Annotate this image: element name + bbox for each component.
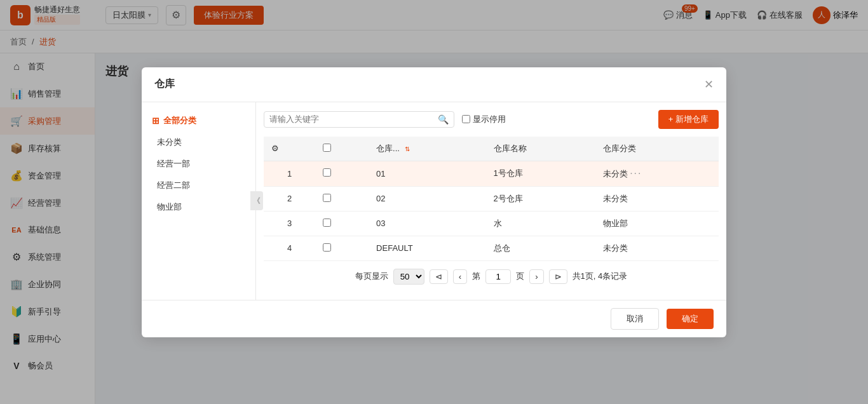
category-item-ops1[interactable]: 经营一部 bbox=[142, 153, 255, 175]
confirm-button[interactable]: 确定 bbox=[667, 309, 714, 329]
row-code-4: DEFAULT bbox=[369, 236, 485, 260]
sort-icon-code: ⇅ bbox=[405, 145, 410, 152]
col-category-label: 仓库分类 bbox=[603, 144, 636, 153]
pagination: 每页显示 50 ⊲ ‹ 第 页 › ⊳ 共1页, 4条记录 bbox=[264, 261, 719, 292]
category-all[interactable]: ⊞ 全部分类 bbox=[142, 110, 255, 131]
page-first-button[interactable]: ⊲ bbox=[430, 269, 448, 284]
col-code-label: 仓库... bbox=[376, 144, 400, 153]
modal-close-button[interactable]: ✕ bbox=[704, 77, 714, 91]
row-code-2: 02 bbox=[369, 186, 485, 211]
add-warehouse-button[interactable]: + 新增仓库 bbox=[658, 110, 719, 129]
warehouse-modal: 仓库 ✕ ⊞ 全部分类 未分类 经营一部 经营二部 bbox=[142, 67, 726, 337]
table-row[interactable]: 2 02 2号仓库 未分类 bbox=[264, 186, 719, 211]
row-name-2: 2号仓库 bbox=[486, 186, 595, 211]
row-num-1: 1 bbox=[264, 161, 315, 186]
row-num-4: 4 bbox=[264, 236, 315, 260]
table-row[interactable]: 1 01 1号仓库 未分类 ··· bbox=[264, 161, 719, 186]
category-label-ops2: 经营二部 bbox=[157, 180, 190, 190]
category-panel: ⊞ 全部分类 未分类 经营一部 经营二部 物业部 《 bbox=[142, 102, 256, 300]
th-code[interactable]: 仓库... ⇅ bbox=[369, 137, 485, 161]
row-checkbox-4[interactable] bbox=[315, 236, 369, 260]
category-label-ops1: 经营一部 bbox=[157, 159, 190, 168]
page-suffix: 页 bbox=[516, 271, 524, 282]
row-checkbox-2[interactable] bbox=[315, 186, 369, 211]
modal-body: ⊞ 全部分类 未分类 经营一部 经营二部 物业部 《 bbox=[142, 102, 726, 300]
per-page-select[interactable]: 50 bbox=[393, 269, 424, 285]
page-prev-button[interactable]: ‹ bbox=[453, 269, 467, 284]
category-item-uncategorized[interactable]: 未分类 bbox=[142, 131, 255, 153]
search-icon[interactable]: 🔍 bbox=[438, 114, 449, 125]
table-head: ⚙ 仓库... ⇅ 仓库名称 仓库分类 bbox=[264, 137, 719, 161]
row-name-4: 总仓 bbox=[486, 236, 595, 260]
show-disabled-label[interactable]: 显示停用 bbox=[462, 114, 506, 125]
row-category-1: 未分类 ··· bbox=[595, 161, 719, 186]
show-disabled-checkbox[interactable] bbox=[462, 115, 470, 123]
category-label-property: 物业部 bbox=[157, 202, 182, 212]
row-category-4: 未分类 bbox=[595, 236, 719, 260]
page-number-input[interactable] bbox=[485, 269, 511, 284]
th-settings: ⚙ bbox=[264, 137, 315, 161]
category-item-property[interactable]: 物业部 bbox=[142, 196, 255, 218]
table-body: 1 01 1号仓库 未分类 ··· 2 02 2号仓库 bbox=[264, 161, 719, 260]
cancel-button[interactable]: 取消 bbox=[611, 308, 659, 330]
page-label: 第 bbox=[472, 271, 480, 282]
show-disabled-text: 显示停用 bbox=[473, 114, 506, 125]
page-last-button[interactable]: ⊳ bbox=[549, 269, 567, 284]
row-name-1: 1号仓库 bbox=[486, 161, 595, 186]
row-num-2: 2 bbox=[264, 186, 315, 211]
toolbar: 🔍 显示停用 + 新增仓库 bbox=[264, 110, 719, 129]
category-item-ops2[interactable]: 经营二部 bbox=[142, 175, 255, 196]
warehouse-table: ⚙ 仓库... ⇅ 仓库名称 仓库分类 bbox=[264, 137, 719, 261]
row-code-1: 01 bbox=[369, 161, 485, 186]
total-info: 共1页, 4条记录 bbox=[573, 271, 628, 282]
per-page-label: 每页显示 bbox=[355, 271, 388, 282]
page-next-button[interactable]: › bbox=[529, 269, 543, 284]
table-row[interactable]: 4 DEFAULT 总仓 未分类 bbox=[264, 236, 719, 260]
data-panel: 🔍 显示停用 + 新增仓库 ⚙ bbox=[256, 102, 726, 300]
table-container: ⚙ 仓库... ⇅ 仓库名称 仓库分类 bbox=[264, 137, 719, 261]
th-name[interactable]: 仓库名称 bbox=[486, 137, 595, 161]
modal-title: 仓库 bbox=[154, 77, 175, 91]
th-checkbox bbox=[315, 137, 369, 161]
modal-header: 仓库 ✕ bbox=[142, 67, 726, 102]
modal-footer: 取消 确定 bbox=[142, 300, 726, 337]
row-name-3: 水 bbox=[486, 211, 595, 236]
select-all-checkbox[interactable] bbox=[323, 144, 331, 152]
row-code-3: 03 bbox=[369, 211, 485, 236]
col-name-label: 仓库名称 bbox=[494, 144, 527, 153]
search-input[interactable] bbox=[269, 114, 438, 124]
modal-overlay: 仓库 ✕ ⊞ 全部分类 未分类 经营一部 经营二部 bbox=[0, 0, 868, 404]
collapse-button[interactable]: 《 bbox=[250, 191, 263, 210]
row-num-3: 3 bbox=[264, 211, 315, 236]
category-all-label: 全部分类 bbox=[163, 115, 196, 126]
table-row[interactable]: 3 03 水 物业部 bbox=[264, 211, 719, 236]
category-label-uncategorized: 未分类 bbox=[157, 137, 182, 147]
row-category-2: 未分类 bbox=[595, 186, 719, 211]
row-checkbox-3[interactable] bbox=[315, 211, 369, 236]
more-btn-1[interactable]: ··· bbox=[630, 168, 642, 178]
th-category[interactable]: 仓库分类 bbox=[595, 137, 719, 161]
search-box: 🔍 bbox=[264, 111, 454, 128]
row-checkbox-1[interactable] bbox=[315, 161, 369, 186]
row-category-3: 物业部 bbox=[595, 211, 719, 236]
grid-icon: ⊞ bbox=[152, 116, 159, 126]
